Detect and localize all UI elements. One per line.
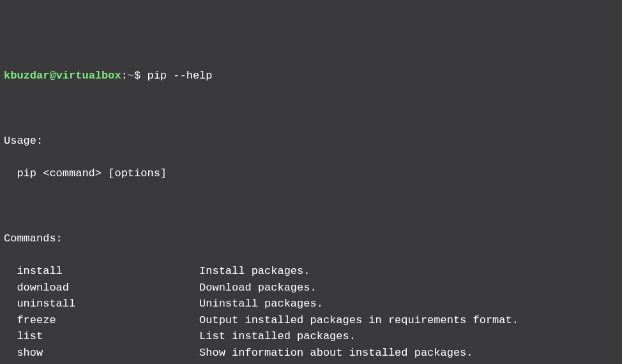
- command-row: freeze Output installed packages in requ…: [4, 312, 618, 329]
- command-row: list List installed packages.: [4, 328, 618, 345]
- prompt-path: ~: [128, 70, 134, 82]
- command-text: pip --help: [147, 70, 212, 82]
- prompt-at: @: [49, 70, 56, 82]
- prompt-host: virtualbox: [56, 70, 121, 82]
- prompt-symbol: $: [134, 70, 147, 82]
- commands-block: install Install packages. download Downl…: [4, 263, 618, 364]
- command-row: uninstall Uninstall packages.: [4, 296, 618, 312]
- command-row: show Show information about installed pa…: [4, 345, 618, 361]
- prompt-colon: :: [121, 70, 128, 82]
- command-row: download Download packages.: [4, 280, 618, 296]
- blank-line: [4, 100, 618, 117]
- usage-header: Usage:: [4, 133, 618, 149]
- blank-line: [4, 198, 618, 215]
- prompt-user: kbuzdar: [4, 70, 49, 82]
- commands-header: Commands:: [4, 231, 618, 247]
- command-row: check Verify installed packages have com…: [4, 361, 618, 364]
- prompt-line[interactable]: kbuzdar@virtualbox:~$ pip --help: [4, 68, 618, 84]
- command-row: install Install packages.: [4, 263, 618, 280]
- usage-line: pip <command> [options]: [4, 165, 618, 182]
